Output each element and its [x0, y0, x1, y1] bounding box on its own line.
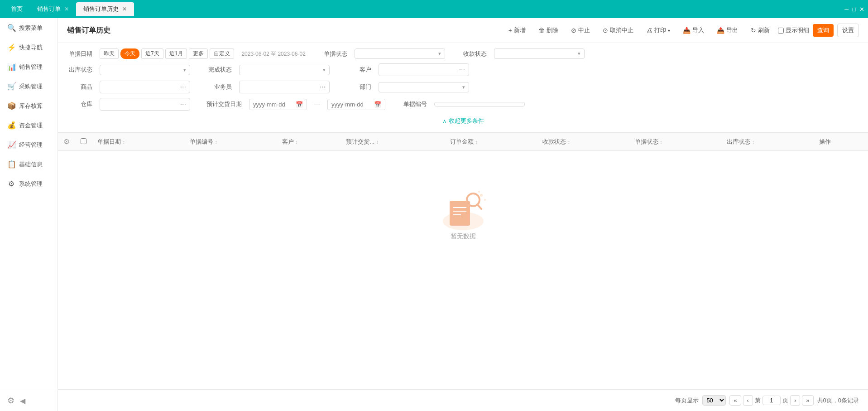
maximize-btn[interactable]: □	[852, 6, 856, 13]
sidebar-item-inventory[interactable]: 📦 库存核算	[0, 96, 58, 116]
col-bill-status[interactable]: 单据状态	[629, 133, 722, 151]
select-all-checkbox[interactable]	[81, 138, 86, 144]
product-label: 商品	[67, 83, 92, 91]
stop-label: 中止	[578, 26, 590, 34]
top-bar: 首页 销售订单 ✕ 销售订单历史 ✕ ─ □ ✕	[0, 0, 868, 18]
sidebar-item-sys-mgmt[interactable]: ⚙ 系统管理	[0, 174, 58, 193]
col-payment-status[interactable]: 收款状态	[537, 133, 629, 151]
tab-sales-order-close[interactable]: ✕	[64, 6, 69, 12]
collapse-button[interactable]: ∧ 收起更多条件	[67, 115, 859, 127]
tab-home[interactable]: 首页	[4, 2, 30, 16]
col-bill-no-label: 单据编号	[190, 138, 213, 145]
complete-status-select[interactable]: ▾	[239, 65, 330, 75]
salesman-input[interactable]: ···	[239, 81, 330, 93]
cancel-stop-button[interactable]: ⊙ 取消中止	[598, 24, 638, 37]
minimize-btn[interactable]: ─	[844, 6, 849, 13]
date-btn-today[interactable]: 今天	[120, 48, 139, 59]
stop-button[interactable]: ⊘ 中止	[566, 24, 595, 37]
collapse-text: 收起更多条件	[449, 117, 484, 125]
warehouse-input[interactable]: ···	[100, 98, 190, 111]
tab-home-label: 首页	[11, 5, 23, 13]
date-btn-more[interactable]: 更多	[189, 48, 208, 59]
pagination-nav: « ‹ 第 页 › »	[729, 395, 813, 406]
tab-sales-order-history-label: 销售订单历史	[83, 5, 119, 13]
sidebar-item-purchase-mgmt-label: 采购管理	[19, 82, 43, 91]
next-page-btn[interactable]: ›	[790, 395, 800, 406]
add-button[interactable]: + 新增	[504, 24, 530, 37]
expected-date-to-icon[interactable]: 📅	[374, 101, 381, 108]
col-payment-status-label: 收款状态	[542, 138, 566, 145]
col-expected-delivery[interactable]: 预计交货...	[340, 133, 445, 151]
bill-no-input[interactable]	[434, 102, 525, 106]
last-page-btn[interactable]: »	[802, 395, 813, 406]
close-btn[interactable]: ✕	[859, 6, 864, 13]
cancel-stop-label: 取消中止	[610, 26, 633, 34]
sidebar-item-sales-mgmt[interactable]: 📊 销售管理	[0, 57, 58, 77]
dept-arrow-icon: ▾	[462, 84, 465, 90]
product-dots-icon[interactable]: ···	[180, 83, 186, 91]
import-button[interactable]: 📥 导入	[678, 24, 709, 37]
payment-status-select[interactable]: ▾	[494, 48, 585, 59]
operations-icon: 📈	[7, 140, 15, 149]
sys-mgmt-icon: ⚙	[7, 179, 15, 188]
date-btn-7days[interactable]: 近7天	[141, 48, 163, 59]
bill-no-label: 单据编号	[402, 100, 427, 108]
export-button[interactable]: 📤 导出	[712, 24, 743, 37]
tab-sales-order-history[interactable]: 销售订单历史 ✕	[76, 2, 134, 16]
col-date[interactable]: 单据日期	[92, 133, 184, 151]
sidebar-item-finance[interactable]: 💰 资金管理	[0, 116, 58, 135]
inventory-icon: 📦	[7, 102, 15, 110]
sidebar-collapse-icon[interactable]: ◀	[20, 396, 25, 405]
customer-input[interactable]: ···	[379, 63, 469, 76]
sidebar: 🔍 搜索菜单 ⚡ 快捷导航 📊 销售管理 🛒 采购管理 📦 库存核算 💰 资金管…	[0, 18, 58, 411]
print-arrow-icon: ▾	[668, 28, 670, 33]
svg-point-9	[478, 191, 480, 193]
first-page-btn[interactable]: «	[729, 395, 741, 406]
col-customer[interactable]: 客户	[277, 133, 341, 151]
filter-area: 单据日期 昨天 今天 近7天 近1月 更多 自定义 2023-06-02 至 2…	[58, 43, 868, 133]
purchase-mgmt-icon: 🛒	[7, 82, 15, 91]
sidebar-item-operations[interactable]: 📈 经营管理	[0, 135, 58, 155]
col-bill-no[interactable]: 单据编号	[184, 133, 277, 151]
customer-dots-icon[interactable]: ···	[459, 66, 465, 74]
bill-status-select[interactable]: ▾	[355, 48, 445, 59]
sidebar-item-search-menu[interactable]: 🔍 搜索菜单	[0, 18, 58, 38]
delivery-status-select[interactable]: ▾	[100, 65, 190, 75]
salesman-dots-icon[interactable]: ···	[320, 83, 326, 91]
sidebar-item-base-info[interactable]: 📋 基础信息	[0, 155, 58, 174]
query-button[interactable]: 查询	[813, 24, 834, 37]
quick-nav-icon: ⚡	[7, 43, 15, 52]
sidebar-settings-icon[interactable]: ⚙	[7, 396, 14, 406]
prev-page-btn[interactable]: ‹	[743, 395, 753, 406]
refresh-button[interactable]: ↻ 刷新	[746, 24, 774, 37]
sidebar-bottom: ⚙ ◀	[0, 390, 58, 411]
current-page-input[interactable]	[762, 396, 781, 405]
sidebar-item-quick-nav[interactable]: ⚡ 快捷导航	[0, 38, 58, 57]
warehouse-dots-icon[interactable]: ···	[180, 100, 186, 108]
expected-date-from-icon[interactable]: 📅	[296, 101, 303, 108]
expected-date-to-group: 📅	[327, 99, 385, 110]
product-input[interactable]: ···	[100, 81, 190, 93]
col-order-amount[interactable]: 订单金额	[445, 133, 537, 151]
expected-date-from-input[interactable]	[253, 101, 294, 108]
dept-select[interactable]: ▾	[379, 82, 469, 92]
print-button[interactable]: 🖨 打印 ▾	[642, 24, 675, 37]
date-label: 单据日期	[67, 50, 92, 58]
date-btn-custom[interactable]: 自定义	[210, 48, 234, 59]
expected-date-to-input[interactable]	[331, 101, 372, 108]
date-separator: —	[314, 101, 320, 108]
table-settings-icon[interactable]: ⚙	[63, 138, 70, 145]
page-label-after: 页	[782, 396, 788, 405]
settings-button[interactable]: 设置	[837, 24, 859, 37]
tab-sales-order[interactable]: 销售订单 ✕	[30, 2, 76, 16]
delete-button[interactable]: 🗑 删除	[534, 24, 563, 37]
display-detail-toggle[interactable]: 显示明细	[778, 26, 809, 34]
display-detail-checkbox[interactable]	[778, 28, 784, 34]
date-btn-1month[interactable]: 近1月	[165, 48, 187, 59]
col-delivery-status[interactable]: 出库状态	[721, 133, 814, 151]
sidebar-item-purchase-mgmt[interactable]: 🛒 采购管理	[0, 77, 58, 96]
tab-sales-order-history-close[interactable]: ✕	[122, 6, 127, 12]
warehouse-label: 仓库	[67, 100, 92, 108]
page-size-select[interactable]: 50 100 200	[702, 395, 726, 406]
date-btn-yesterday[interactable]: 昨天	[100, 48, 119, 59]
